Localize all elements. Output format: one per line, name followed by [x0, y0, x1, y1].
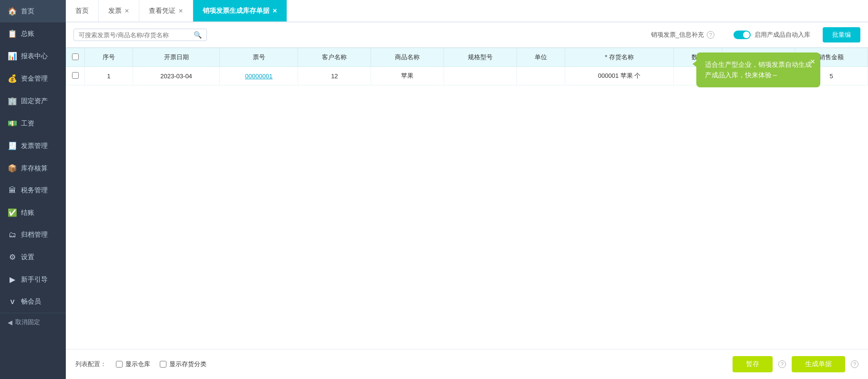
footer-buttons: 暂存 ? 生成单据 ?	[733, 356, 858, 372]
tab-voucher-close[interactable]: ✕	[178, 8, 183, 14]
sidebar-item-payroll[interactable]: 💵 工资	[0, 112, 66, 135]
inventory-icon: 📦	[8, 164, 17, 173]
guide-icon: ▶	[8, 275, 17, 284]
toggle-label: 启用产成品自动入库	[754, 31, 810, 39]
sidebar-item-fixed-assets[interactable]: 🏢 固定资产	[0, 90, 66, 112]
row-checkbox-0[interactable]	[72, 72, 79, 79]
member-icon: V	[8, 298, 17, 305]
tab-generate-inventory-close[interactable]: ✕	[272, 8, 277, 14]
sidebar-item-invoice-management[interactable]: 🧾 发票管理	[0, 135, 66, 157]
sidebar-item-guide[interactable]: ▶ 新手引导	[0, 268, 66, 291]
ledger-icon: 📋	[8, 29, 17, 38]
tooltip-close-button[interactable]: ✕	[810, 56, 816, 67]
sidebar-item-settings[interactable]: ⚙ 设置	[0, 246, 66, 268]
generate-button[interactable]: 生成单据	[792, 356, 845, 372]
sidebar-label-reports: 报表中心	[21, 52, 48, 61]
row-inventory: 000001 苹果 个	[565, 67, 674, 85]
sidebar-label-general-ledger: 总账	[21, 30, 34, 38]
invoice-icon: 🧾	[8, 141, 17, 150]
row-ticket-no[interactable]: 00000001	[219, 67, 298, 85]
footer: 列表配置： 显示仓库 显示存货分类 暂存 ? 生成单据 ?	[66, 349, 868, 379]
sidebar-label-archive: 归档管理	[21, 231, 48, 239]
sidebar-label-settings: 设置	[21, 253, 34, 262]
tab-invoice[interactable]: 发票 ✕	[99, 0, 139, 21]
header-date: 开票日期	[133, 48, 220, 67]
tab-invoice-label: 发票	[108, 7, 122, 15]
row-spec	[444, 67, 517, 85]
tab-home[interactable]: 首页	[66, 0, 99, 21]
tab-invoice-close[interactable]: ✕	[124, 8, 129, 14]
sidebar-label-guide: 新手引导	[21, 275, 48, 284]
payroll-icon: 💵	[8, 119, 17, 128]
header-customer: 客户名称	[298, 48, 371, 67]
toolbar-info: 销项发票_信息补充 ?	[651, 31, 714, 39]
sidebar-cancel-label: 取消固定	[15, 318, 40, 326]
sidebar-label-home: 首页	[21, 7, 34, 16]
sidebar-item-fund-management[interactable]: 💰 资金管理	[0, 67, 66, 90]
tab-generate-inventory-label: 销项发票生成库存单据	[203, 7, 269, 15]
batch-button[interactable]: 批量编	[823, 27, 860, 42]
tooltip-popup: ✕ 适合生产型企业，销项发票自动生成产成品入库，快来体验～	[696, 53, 820, 87]
fund-icon: 💰	[8, 74, 17, 83]
row-customer: 12	[298, 67, 371, 85]
table-wrapper: 序号 开票日期 票号 客户名称 商品名称 规格型号 单位 * 存货名称 数量 销…	[66, 48, 868, 349]
sidebar-item-closing[interactable]: ✅ 结账	[0, 201, 66, 224]
home-icon: 🏠	[8, 7, 17, 16]
show-category-checkbox[interactable]	[160, 361, 166, 368]
select-all-checkbox[interactable]	[72, 53, 79, 60]
cancel-fixed-icon: ◀	[8, 319, 12, 326]
header-spec: 规格型号	[444, 48, 517, 67]
tax-icon: 🏛	[8, 186, 17, 195]
sidebar-item-archive[interactable]: 🗂 归档管理	[0, 224, 66, 246]
generate-info-icon[interactable]: ?	[851, 360, 858, 368]
show-warehouse-label: 显示仓库	[125, 360, 150, 368]
tab-bar: 首页 发票 ✕ 查看凭证 ✕ 销项发票生成库存单据 ✕	[66, 0, 868, 22]
sidebar-item-reports[interactable]: 📊 报表中心	[0, 45, 66, 67]
show-category-label: 显示存货分类	[169, 360, 207, 368]
info-icon[interactable]: ?	[707, 31, 714, 39]
header-checkbox-cell[interactable]	[66, 48, 85, 67]
tab-generate-inventory[interactable]: 销项发票生成库存单据 ✕	[193, 0, 287, 21]
show-warehouse-checkbox[interactable]	[116, 361, 123, 368]
sidebar-item-inventory[interactable]: 📦 库存核算	[0, 157, 66, 179]
row-product-name: 苹果	[371, 67, 444, 85]
list-config-label: 列表配置：	[75, 360, 106, 368]
closing-icon: ✅	[8, 208, 17, 217]
sidebar-cancel-fixed[interactable]: ◀ 取消固定	[0, 313, 66, 331]
sidebar-label-payroll: 工资	[21, 119, 34, 128]
header-product-name: 商品名称	[371, 48, 444, 67]
tab-home-label: 首页	[75, 7, 89, 15]
save-info-icon[interactable]: ?	[778, 360, 786, 368]
tab-voucher-label: 查看凭证	[149, 7, 176, 15]
header-ticket-no: 票号	[219, 48, 298, 67]
row-date: 2023-03-04	[133, 67, 220, 85]
search-input[interactable]	[79, 32, 194, 39]
toolbar: 🔍 销项发票_信息补充 ? 启用产成品自动入库 批量编	[66, 22, 868, 48]
sidebar-item-home[interactable]: 🏠 首页	[0, 0, 66, 22]
tooltip-text: 适合生产型企业，销项发票自动生成产成品入库，快来体验～	[705, 61, 812, 79]
sidebar-label-member: 畅会员	[21, 297, 41, 306]
archive-icon: 🗂	[8, 231, 17, 239]
sidebar-label-invoice: 发票管理	[21, 142, 48, 150]
row-unit	[517, 67, 565, 85]
header-unit: 单位	[517, 48, 565, 67]
toggle-container: 启用产成品自动入库	[734, 31, 810, 39]
search-icon: 🔍	[194, 31, 202, 39]
sidebar-item-tax-management[interactable]: 🏛 税务管理	[0, 179, 66, 201]
sidebar-label-inventory: 库存核算	[21, 164, 48, 173]
show-warehouse-group: 显示仓库	[116, 360, 150, 368]
save-button[interactable]: 暂存	[733, 356, 773, 372]
info-label: 销项发票_信息补充	[651, 31, 704, 39]
search-box[interactable]: 🔍	[73, 29, 207, 41]
tab-voucher[interactable]: 查看凭证 ✕	[139, 0, 193, 21]
row-checkbox-cell[interactable]	[66, 67, 85, 85]
row-seq: 1	[85, 67, 133, 85]
sidebar-item-general-ledger[interactable]: 📋 总账	[0, 22, 66, 45]
report-icon: 📊	[8, 52, 17, 61]
auto-warehouse-toggle[interactable]	[734, 31, 751, 39]
show-category-group: 显示存货分类	[160, 360, 207, 368]
sidebar-item-member[interactable]: V 畅会员	[0, 291, 66, 313]
header-inventory-name: * 存货名称	[565, 48, 674, 67]
sidebar-label-closing: 结账	[21, 209, 34, 217]
sidebar: 🏠 首页 📋 总账 📊 报表中心 💰 资金管理 🏢 固定资产 💵 工资 🧾 发票…	[0, 0, 66, 379]
